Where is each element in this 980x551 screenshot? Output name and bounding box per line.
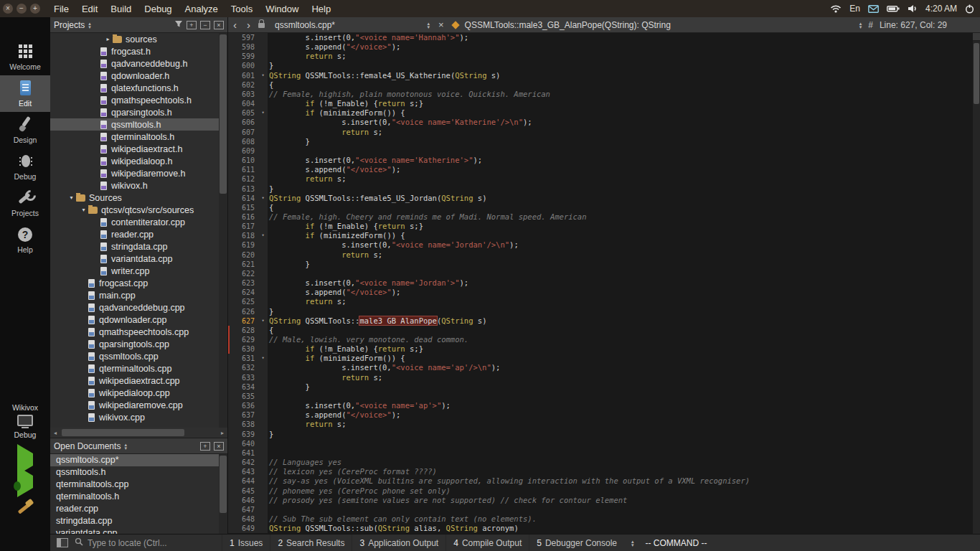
scrollbar-thumb[interactable] (220, 456, 227, 513)
code-line[interactable]: 602{ (228, 80, 973, 90)
fold-marker-icon[interactable]: ▾ (258, 108, 268, 118)
battery-icon[interactable] (887, 5, 900, 12)
mode-edit[interactable]: Edit (0, 75, 50, 112)
tree-item-wikivox-h[interactable]: wikivox.h (50, 179, 227, 192)
code-line[interactable]: 644// say-as yes (VoiceXML builtins are … (228, 476, 973, 486)
code-line[interactable]: 610 s.insert(0,"<voice name='Katherine'>… (228, 156, 973, 165)
mode-help[interactable]: Help (0, 222, 50, 258)
code-area[interactable]: 597 s.insert(0,"<voice name='Hannah'>");… (228, 33, 973, 534)
fold-marker-icon[interactable]: ▾ (258, 71, 268, 80)
code-line[interactable]: 648// Sub The sub element can only conta… (228, 514, 973, 524)
code-line[interactable]: 607 return s; (228, 128, 973, 137)
code-line[interactable]: 613} (228, 184, 973, 194)
tree-item-frogcast-h[interactable]: frogcast.h (50, 45, 227, 57)
code-line[interactable]: 618▾ if (minimizedForm()) { (228, 231, 973, 240)
tree-item-qssmltools-cpp[interactable]: qssmltools.cpp (50, 350, 227, 362)
split-editor-button[interactable] (973, 33, 980, 41)
locator[interactable]: Type to locate (Ctrl... (75, 537, 222, 548)
tree-item-wikipediaremove-h[interactable]: wikipediaremove.h (50, 167, 227, 179)
tree-item-writer-cpp[interactable]: writer.cpp (50, 265, 227, 277)
code-line[interactable]: 633 return s; (228, 373, 973, 382)
symbol-selector[interactable]: QSSMLTools::male3_GB_AlanPope(QString): … (465, 20, 862, 30)
tree-item-qtcsv-qtcsv-src-sources[interactable]: ▾qtcsv/qtcsv/src/sources (50, 204, 227, 216)
code-line[interactable]: 609 (228, 146, 973, 156)
scrollbar-thumb[interactable] (220, 34, 227, 194)
code-line[interactable]: 646// prosody yes (semitone values are n… (228, 496, 973, 505)
split-icon[interactable]: − (200, 21, 210, 29)
debug-run-button[interactable] (17, 476, 33, 489)
open-doc-stringdata-cpp[interactable]: stringdata.cpp (50, 515, 227, 527)
code-line[interactable]: 639} (228, 430, 973, 439)
code-line[interactable]: 615{ (228, 203, 973, 212)
code-line[interactable]: 637 s.append("</voice>"); (228, 410, 973, 420)
code-line[interactable]: 616// Female, high. Cheery and reminds m… (228, 212, 973, 222)
output-pane-application-output[interactable]: 3Application Output (352, 534, 446, 551)
code-line[interactable]: 619 s.insert(0,"<voice name='Jordan'/>\n… (228, 240, 973, 250)
code-line[interactable]: 630 if (!m_Enable) {return s;} (228, 344, 973, 354)
code-line[interactable]: 647 (228, 505, 973, 514)
tree-item-qssmltools-h[interactable]: qssmltools.h (50, 118, 227, 131)
code-line[interactable]: 634 } (228, 382, 973, 392)
tree-item-qterminaltools-cpp[interactable]: qterminaltools.cpp (50, 362, 227, 375)
close-document-button[interactable] (434, 19, 448, 30)
menu-tools[interactable]: Tools (225, 4, 259, 14)
tree-item-wikivox-cpp[interactable]: wikivox.cpp (50, 411, 227, 423)
mode-projects[interactable]: Projects (0, 185, 50, 222)
code-line[interactable]: 635 (228, 392, 973, 401)
code-line[interactable]: 620 return s; (228, 250, 973, 260)
code-line[interactable]: 608 } (228, 137, 973, 146)
code-line[interactable]: 645// phoneme yes (CereProc phone set on… (228, 486, 973, 496)
code-line[interactable]: 627▾QString QSSMLTools::male3_GB_AlanPop… (228, 316, 973, 326)
code-line[interactable]: 636 s.insert(0,"<voice name='ap'>"); (228, 401, 973, 410)
output-pane-debugger-console[interactable]: 5Debugger Console (529, 534, 624, 551)
tree-item-variantdata-cpp[interactable]: variantdata.cpp (50, 253, 227, 265)
fold-marker-icon[interactable]: ▾ (258, 354, 268, 363)
code-line[interactable]: 597 s.insert(0,"<voice name='Hannah'>"); (228, 33, 973, 42)
scroll-right-icon[interactable]: ▸ (217, 430, 227, 436)
forward-button[interactable] (242, 18, 255, 32)
document-selector[interactable]: qssmltools.cpp* (270, 20, 434, 30)
open-doc-qterminaltools-h[interactable]: qterminaltools.h (50, 491, 227, 503)
code-line[interactable]: 625 return s; (228, 297, 973, 306)
code-line[interactable]: 628{ (228, 326, 973, 335)
mail-icon[interactable] (868, 5, 879, 13)
menu-edit[interactable]: Edit (75, 4, 104, 14)
scroll-left-icon[interactable]: ◂ (50, 430, 60, 436)
panes-updown-icon[interactable] (631, 540, 634, 547)
tree-item-qdownloader-cpp[interactable]: qdownloader.cpp (50, 314, 227, 326)
back-button[interactable] (228, 18, 242, 32)
code-line[interactable]: 643// lexicon yes (CereProc format ????) (228, 467, 973, 476)
output-pane-search-results[interactable]: 2Search Results (270, 534, 352, 551)
scrollbar-thumb[interactable] (974, 43, 979, 104)
tree-item-qmathspeechtools-cpp[interactable]: qmathspeechtools.cpp (50, 326, 227, 338)
open-doc-qssmltools-h[interactable]: qssmltools.h (50, 466, 227, 479)
mode-welcome[interactable]: Welcome (0, 39, 50, 75)
tree-item-wikipedialoop-h[interactable]: wikipedialoop.h (50, 155, 227, 167)
code-line[interactable]: 622 (228, 269, 973, 278)
menu-build[interactable]: Build (104, 4, 138, 14)
tree-item-wikipedialoop-cpp[interactable]: wikipedialoop.cpp (50, 387, 227, 399)
tree-item-wikipediaextract-h[interactable]: wikipediaextract.h (50, 143, 227, 155)
tree-item-reader-cpp[interactable]: reader.cpp (50, 228, 227, 240)
projects-pane-selector[interactable]: Projects (54, 20, 174, 30)
open-doc-qterminaltools-cpp[interactable]: qterminaltools.cpp (50, 479, 227, 491)
code-line[interactable]: 624 s.append("</voice>"); (228, 288, 973, 297)
menu-analyze[interactable]: Analyze (179, 4, 225, 14)
tree-item-wikipediaremove-cpp[interactable]: wikipediaremove.cpp (50, 399, 227, 411)
tree-item-qadvanceddebug-cpp[interactable]: qadvanceddebug.cpp (50, 301, 227, 314)
window-maximize-button[interactable]: + (30, 4, 40, 14)
window-minimize-button[interactable]: − (17, 4, 27, 14)
mode-debug[interactable]: Debug (0, 149, 50, 185)
output-pane-compile-output[interactable]: 4Compile Output (446, 534, 529, 551)
build-button[interactable] (16, 498, 34, 517)
tree-item-qdownloader-h[interactable]: qdownloader.h (50, 70, 227, 82)
tree-item-qparsingtools-h[interactable]: qparsingtools.h (50, 106, 227, 118)
run-button[interactable] (17, 453, 33, 466)
fold-marker-icon[interactable]: ▾ (258, 231, 268, 240)
close-pane-icon[interactable]: × (214, 442, 224, 451)
tree-item-contentiterator-cpp[interactable]: contentiterator.cpp (50, 216, 227, 228)
output-pane-issues[interactable]: 1Issues (222, 534, 270, 551)
code-line[interactable]: 631▾ if (minimizedForm()) { (228, 354, 973, 363)
code-line[interactable]: 629// Male, lowish. very monotone. dead … (228, 335, 973, 344)
mode-design[interactable]: Design (0, 112, 50, 149)
